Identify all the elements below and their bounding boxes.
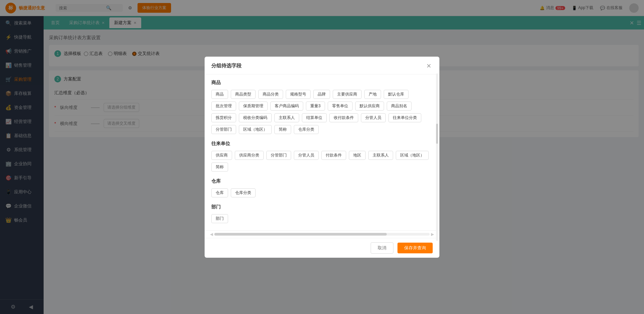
cancel-button[interactable]: 取消	[371, 242, 393, 254]
field-tag-counterpart-cat[interactable]: 往来单位分类	[388, 113, 421, 122]
field-tag-warehouse-cat[interactable]: 仓库分类	[294, 125, 319, 134]
modal-footer: 取消 保存并查询	[205, 238, 439, 258]
field-group-counterpart-title: 往来单位	[211, 141, 433, 147]
modal-overlay: 分组待选字段 ✕ 商品 商品 商品类型 商品分类 规格型号 品牌 主要供应商 产…	[0, 0, 644, 314]
modal-horizontal-scrollbar[interactable]: ◀ ▶	[205, 230, 439, 238]
field-tag-region[interactable]: 区域（地区）	[239, 125, 272, 134]
field-tag-supplier[interactable]: 供应商	[211, 151, 232, 160]
field-selection-modal: 分组待选字段 ✕ 商品 商品 商品类型 商品分类 规格型号 品牌 主要供应商 产…	[205, 57, 439, 258]
field-tag-alias[interactable]: 商品别名	[387, 102, 412, 111]
field-tag-area[interactable]: 地区	[349, 151, 366, 160]
field-tag-counterpart-region[interactable]: 区域（地区）	[396, 151, 429, 160]
field-tag-department[interactable]: 部门	[211, 214, 228, 223]
field-tag-main-contact[interactable]: 主联系人	[274, 113, 299, 122]
modal-title: 分组待选字段	[211, 63, 241, 69]
field-tag-settlement-unit[interactable]: 结算单位	[302, 113, 327, 122]
product-field-tags: 商品 商品类型 商品分类 规格型号 品牌 主要供应商 产地 默认仓库 批次管理 …	[211, 90, 433, 134]
field-tag-counterpart-person[interactable]: 分管人员	[294, 151, 319, 160]
field-group-department-title: 部门	[211, 204, 433, 210]
field-tag-supervisor[interactable]: 分管人员	[361, 113, 386, 122]
field-tag-product-type[interactable]: 商品类型	[231, 90, 256, 99]
field-tag-abbr[interactable]: 简称	[274, 125, 291, 134]
field-tag-warehouse-category[interactable]: 仓库分类	[231, 188, 256, 197]
field-tag-weight[interactable]: 重量3	[306, 102, 325, 111]
field-group-warehouse: 仓库 仓库 仓库分类	[211, 178, 433, 197]
field-tag-counterpart-contact[interactable]: 主联系人	[368, 151, 393, 160]
field-tag-brand[interactable]: 品牌	[313, 90, 330, 99]
field-group-product-title: 商品	[211, 80, 433, 86]
save-query-button[interactable]: 保存并查询	[397, 243, 433, 253]
field-tag-payment-condition[interactable]: 付款条件	[321, 151, 346, 160]
field-tag-retail-unit[interactable]: 零售单位	[328, 102, 353, 111]
modal-close-button[interactable]: ✕	[425, 62, 433, 70]
field-tag-counterpart-abbr[interactable]: 简称	[211, 163, 228, 172]
modal-scrollbar-thumb	[436, 124, 438, 144]
field-group-counterpart: 往来单位 供应商 供应商分类 分管部门 分管人员 付款条件 地区 主联系人 区域…	[211, 141, 433, 172]
field-tag-payment-terms[interactable]: 收付款条件	[329, 113, 358, 122]
field-tag-batch-mgmt[interactable]: 批次管理	[211, 102, 236, 111]
field-tag-default-warehouse[interactable]: 默认仓库	[384, 90, 409, 99]
hscroll-track	[214, 233, 430, 236]
field-tag-tax-code[interactable]: 税收分类编码	[239, 113, 272, 122]
modal-body[interactable]: 商品 商品 商品类型 商品分类 规格型号 品牌 主要供应商 产地 默认仓库 批次…	[205, 74, 439, 230]
field-tag-supplier-cat[interactable]: 供应商分类	[235, 151, 264, 160]
field-tag-product[interactable]: 商品	[211, 90, 228, 99]
counterpart-field-tags: 供应商 供应商分类 分管部门 分管人员 付款条件 地区 主联系人 区域（地区） …	[211, 151, 433, 172]
field-tag-dept[interactable]: 分管部门	[211, 125, 236, 134]
field-group-product: 商品 商品 商品类型 商品分类 规格型号 品牌 主要供应商 产地 默认仓库 批次…	[211, 80, 433, 134]
field-tag-pick-score[interactable]: 拣货积分	[211, 113, 236, 122]
field-tag-spec[interactable]: 规格型号	[286, 90, 311, 99]
field-tag-main-supplier[interactable]: 主要供应商	[333, 90, 362, 99]
warehouse-field-tags: 仓库 仓库分类	[211, 188, 433, 197]
field-tag-warehouse[interactable]: 仓库	[211, 188, 228, 197]
hscroll-thumb	[214, 233, 387, 236]
field-tag-customer-code[interactable]: 客户商品编码	[270, 102, 303, 111]
modal-header: 分组待选字段 ✕	[205, 57, 439, 74]
modal-vertical-scrollbar[interactable]	[436, 73, 438, 241]
field-tag-counterpart-dept[interactable]: 分管部门	[266, 151, 291, 160]
department-field-tags: 部门	[211, 214, 433, 223]
field-group-warehouse-title: 仓库	[211, 178, 433, 184]
field-tag-origin[interactable]: 产地	[364, 90, 381, 99]
field-tag-product-category[interactable]: 商品分类	[258, 90, 283, 99]
field-group-department: 部门 部门	[211, 204, 433, 223]
field-tag-shelf-life[interactable]: 保质期管理	[239, 102, 268, 111]
field-tag-default-supplier[interactable]: 默认供应商	[355, 102, 384, 111]
